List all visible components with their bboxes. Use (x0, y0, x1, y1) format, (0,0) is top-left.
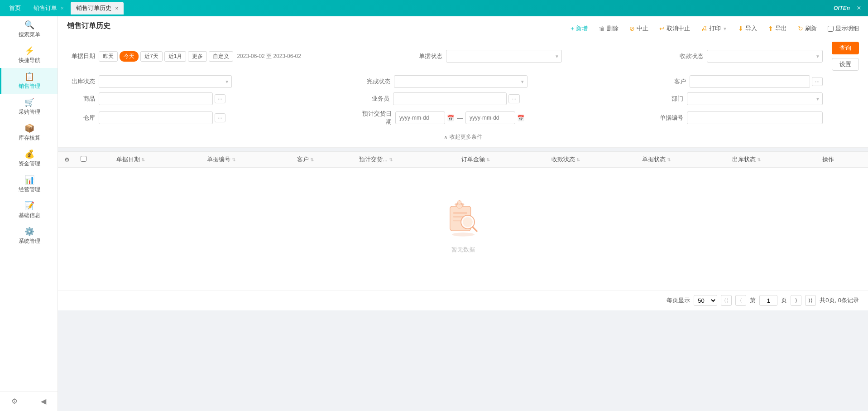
stop-btn-label: 中止 (637, 24, 648, 33)
salesperson-input[interactable] (393, 92, 507, 105)
show-detail-checkbox[interactable] (828, 26, 834, 32)
expected-date-end[interactable] (465, 111, 515, 124)
sidebar-item-inventory[interactable]: 📦 库存核算 (0, 120, 58, 145)
page-size-select[interactable]: 50 20 100 (694, 295, 717, 306)
sidebar-item-search-menu[interactable]: 🔍 搜索菜单 (0, 16, 58, 42)
th-payment-status[interactable]: 收款状态 ⇅ (547, 152, 637, 168)
show-detail-checkbox-label[interactable]: 显示明细 (828, 24, 859, 33)
out-stock-select-wrapper: ▼ (99, 75, 232, 88)
import-btn[interactable]: ⬇ 导入 (734, 23, 761, 34)
filter-settings-btn[interactable]: 设置 (832, 58, 859, 71)
tab-home-label: 首页 (9, 4, 21, 12)
export-btn[interactable]: ⬆ 导出 (764, 23, 791, 34)
sidebar-item-base-info[interactable]: 📝 基础信息 (0, 197, 58, 223)
sidebar-item-finance[interactable]: 💰 资金管理 (0, 145, 58, 171)
last-page-btn[interactable]: ⟩⟩ (805, 295, 816, 306)
complete-select[interactable] (394, 75, 527, 88)
th-out-stock-status-sort-icon: ⇅ (757, 157, 761, 162)
sidebar-item-operations[interactable]: 📊 经营管理 (0, 171, 58, 197)
th-payment-status-label: 收款状态 (551, 155, 575, 164)
expected-date-start[interactable] (395, 111, 445, 124)
tab-sales-order[interactable]: 销售订单 × (28, 2, 69, 15)
tab-sales-order-close[interactable]: × (61, 5, 63, 11)
th-checkbox[interactable] (76, 152, 112, 168)
refresh-btn[interactable]: ↻ 刷新 (794, 23, 820, 34)
base-info-icon: 📝 (24, 202, 34, 210)
calendar-start-icon[interactable]: 📅 (447, 115, 454, 121)
purchase-mgmt-icon: 🛒 (24, 98, 34, 106)
import-icon: ⬇ (738, 25, 743, 32)
filter-row-2: 出库状态 ▼ 完成状态 ▼ 客户 (67, 75, 859, 88)
sidebar-item-sys-mgmt[interactable]: ⚙️ 系统管理 (0, 223, 58, 249)
pagination-bar: 每页显示 50 20 100 ⟨⟨ ⟨ 第 页 ⟩ ⟩⟩ 共0页, 0条记录 (58, 290, 868, 310)
window-close-btn[interactable]: × (854, 3, 864, 14)
th-operation: 操作 (818, 152, 868, 168)
quick-nav-icon: ⚡ (24, 47, 34, 55)
page-label-post: 页 (781, 296, 787, 305)
prev-page-btn[interactable]: ⟨ (735, 295, 746, 306)
tab-sales-order-history[interactable]: 销售订单历史 × (71, 2, 123, 15)
tab-home[interactable]: 首页 (4, 2, 26, 15)
warehouse-ellipsis-btn[interactable]: ··· (215, 113, 225, 122)
expected-date-group: 📅 — 📅 (395, 111, 524, 124)
page-num-input[interactable] (759, 295, 777, 306)
date-filter-btns: 昨天 今天 近7天 近1月 更多 自定义 (99, 51, 233, 62)
sidebar-item-purchase-mgmt[interactable]: 🛒 采购管理 (0, 94, 58, 120)
th-customer-sort-icon: ⇅ (310, 157, 314, 162)
sidebar-item-base-info-label: 基础信息 (19, 212, 40, 219)
th-settings[interactable]: ⚙ (58, 152, 76, 168)
customer-input[interactable] (690, 75, 810, 88)
th-date[interactable]: 单据日期 ⇅ (112, 152, 202, 168)
date-btn-1month[interactable]: 近1月 (164, 51, 187, 62)
date-btn-today[interactable]: 今天 (120, 51, 139, 62)
next-page-btn[interactable]: ⟩ (791, 295, 801, 306)
new-btn[interactable]: + 新增 (567, 23, 591, 34)
tab-sales-order-history-close[interactable]: × (115, 5, 118, 11)
salesperson-label: 业务员 (364, 95, 393, 103)
empty-text: 暂无数据 (451, 246, 475, 254)
th-doc-status[interactable]: 单据状态 ⇅ (638, 152, 728, 168)
stop-btn[interactable]: ⊘ 中止 (626, 23, 652, 34)
sidebar-item-quick-nav[interactable]: ⚡ 快捷导航 (0, 42, 58, 68)
salesperson-ellipsis-btn[interactable]: ··· (508, 94, 519, 103)
first-page-btn[interactable]: ⟨⟨ (721, 295, 732, 306)
sidebar: 🔍 搜索菜单 ⚡ 快捷导航 📋 销售管理 🛒 采购管理 📦 库存核算 💰 资金管… (0, 16, 58, 411)
th-doc-no[interactable]: 单据编号 ⇅ (202, 152, 293, 168)
th-amount[interactable]: 订单金额 ⇅ (457, 152, 547, 168)
tab-sales-order-label: 销售订单 (34, 4, 57, 12)
out-stock-select[interactable] (99, 75, 232, 88)
order-status-select[interactable] (446, 50, 562, 63)
page-title: 销售订单历史 (67, 21, 110, 31)
refresh-icon: ↻ (798, 25, 803, 32)
product-input[interactable] (99, 92, 213, 105)
sidebar-settings-btn[interactable]: ⚙ (8, 395, 21, 407)
delete-btn[interactable]: 🗑 删除 (595, 23, 622, 34)
payment-status-select[interactable] (707, 50, 823, 63)
date-btn-yesterday[interactable]: 昨天 (99, 51, 118, 62)
date-btn-more[interactable]: 更多 (188, 51, 207, 62)
date-btn-custom[interactable]: 自定义 (209, 51, 233, 62)
doc-no-input[interactable] (687, 111, 823, 124)
query-btn[interactable]: 查询 (832, 42, 859, 54)
customer-ellipsis-btn[interactable]: ··· (812, 77, 823, 86)
export-icon: ⬆ (768, 25, 773, 32)
dept-select[interactable] (687, 92, 823, 105)
cancel-stop-btn[interactable]: ↩ 取消中止 (656, 23, 694, 34)
print-btn[interactable]: 🖨 打印 ▼ (697, 23, 731, 34)
sidebar-collapse-btn[interactable]: ◀ (37, 395, 50, 407)
th-customer[interactable]: 客户 ⇅ (293, 152, 355, 168)
table-settings-icon[interactable]: ⚙ (64, 156, 70, 163)
select-all-checkbox[interactable] (81, 156, 86, 162)
warehouse-label: 仓库 (67, 114, 99, 122)
main-content: 销售订单历史 + 新增 🗑 删除 ⊘ 中止 ↩ 取消中止 (58, 16, 868, 411)
th-out-stock-status[interactable]: 出库状态 ⇅ (728, 152, 818, 168)
date-btn-7days[interactable]: 近7天 (140, 51, 163, 62)
th-expected-date[interactable]: 预计交货... ⇅ (355, 152, 457, 168)
product-ellipsis-btn[interactable]: ··· (215, 94, 225, 103)
complete-label: 完成状态 (365, 77, 394, 86)
collapse-bar[interactable]: ∧ 收起更多条件 (67, 131, 859, 142)
th-doc-status-sort-icon: ⇅ (667, 157, 671, 162)
warehouse-input[interactable] (99, 111, 213, 124)
sidebar-item-sales-mgmt[interactable]: 📋 销售管理 (0, 68, 58, 94)
calendar-end-icon[interactable]: 📅 (517, 115, 524, 121)
